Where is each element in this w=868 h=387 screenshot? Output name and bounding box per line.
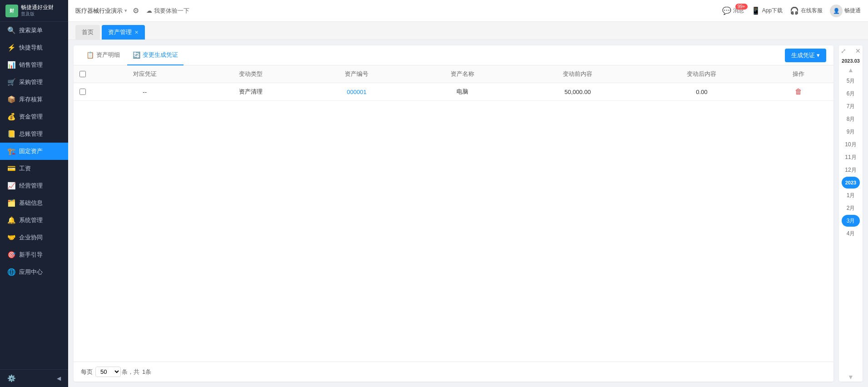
select-all-checkbox[interactable] [79, 71, 86, 77]
enterprise-icon: 🤝 [7, 233, 15, 242]
sidebar-item-funds[interactable]: 💰资金管理 [0, 108, 68, 125]
sidebar-item-app-center[interactable]: 🌐应用中心 [0, 263, 68, 281]
col-asset-name: 资产名称 [410, 65, 516, 83]
sidebar-item-system[interactable]: 🔔系统管理 [0, 212, 68, 229]
sub-tab-detail-label: 资产明细 [96, 51, 120, 59]
calendar-month-item[interactable]: 5月 [842, 75, 860, 87]
cloud-icon: ☁ [146, 7, 152, 14]
calendar-year-month: 2023.03 [842, 58, 860, 64]
cell-voucher: -- [92, 83, 198, 101]
col-change-type: 变动类型 [198, 65, 303, 83]
total-unit: 条 [145, 368, 151, 376]
list-icon: 📋 [86, 51, 94, 59]
newbie-icon: 🎯 [7, 251, 15, 259]
company-selector[interactable]: 医疗器械行业演示 ▾ [75, 7, 127, 15]
user-name: 畅捷通 [844, 7, 861, 15]
generate-voucher-button[interactable]: 生成凭证 ▾ [785, 49, 826, 62]
sidebar-item-quick-nav[interactable]: ⚡快捷导航 [0, 39, 68, 56]
per-page-select[interactable]: 50 100 200 [95, 367, 121, 377]
topbar-settings-icon[interactable]: ⚙ [133, 6, 139, 15]
cell-asset-code: 000001 [304, 83, 410, 101]
row-checkbox-0[interactable] [79, 89, 86, 95]
calendar-month-item[interactable]: 4月 [842, 228, 860, 239]
sidebar-item-search[interactable]: 🔍搜索菜单 [0, 22, 68, 39]
app-center-icon: 🌐 [7, 268, 15, 276]
sidebar-item-base-info[interactable]: 🗂️基础信息 [0, 194, 68, 212]
sidebar-label-search: 搜索菜单 [19, 26, 43, 35]
calendar-month-item[interactable]: 6月 [842, 88, 860, 99]
col-action: 操作 [764, 65, 834, 83]
calendar-month-item[interactable]: 12月 [842, 164, 860, 176]
change-icon: 🔄 [133, 51, 140, 59]
sidebar-label-purchase: 采购管理 [19, 78, 43, 86]
tab-close-icon[interactable]: ✕ [134, 30, 139, 35]
sales-icon: 📊 [7, 61, 15, 69]
sidebar-label-payroll: 工资 [19, 164, 31, 173]
table-wrapper: 对应凭证 变动类型 资产编号 资产名称 变动前内容 变动后内容 操作 -- [74, 65, 833, 362]
calendar-month-item[interactable]: 11月 [842, 151, 860, 163]
calendar-month-item[interactable]: 2月 [842, 202, 860, 214]
calendar-month-item[interactable]: 8月 [842, 113, 860, 125]
sidebar-label-sales: 销售管理 [19, 61, 43, 69]
sidebar: 财 畅捷通好业财 普及版 🔍搜索菜单⚡快捷导航📊销售管理🛒采购管理📦库存核算💰资… [0, 0, 68, 387]
sidebar-item-operations[interactable]: 📈经营管理 [0, 177, 68, 194]
app-name: 畅捷通好业财 [21, 4, 54, 11]
calendar-year-label[interactable]: 2023 [842, 177, 860, 189]
calendar-month-item[interactable]: 7月 [842, 100, 860, 112]
delete-row-button[interactable]: 🗑 [795, 88, 802, 95]
sidebar-item-enterprise[interactable]: 🤝企业协同 [0, 229, 68, 246]
calendar-down-button[interactable]: ▼ [842, 372, 860, 382]
settings-icon[interactable]: ⚙️ [7, 374, 16, 382]
sidebar-bottom: ⚙️ ◀ [0, 369, 68, 387]
sidebar-label-fixed-assets: 固定资产 [19, 147, 43, 155]
sidebar-item-inventory[interactable]: 📦库存核算 [0, 91, 68, 108]
cell-after-change: 0.00 [640, 83, 764, 101]
search-icon: 🔍 [7, 26, 15, 35]
calendar-up-button[interactable]: ▲ [842, 65, 860, 74]
cell-checkbox [74, 83, 92, 101]
calendar-month-item[interactable]: 1月 [842, 189, 860, 201]
panel-close-icon[interactable]: ✕ [855, 47, 861, 55]
topbar: 医疗器械行业演示 ▾ ⚙ ☁ 我要体验一下 💬 消息 99+ 📱 App下载 🎧… [68, 0, 868, 22]
sidebar-label-enterprise: 企业协同 [19, 233, 43, 242]
tab-home[interactable]: 首页 [75, 25, 100, 40]
table-row: -- 资产清理 000001 电脑 50,000.00 0.00 🗑 [74, 83, 833, 101]
cell-change-type: 资产清理 [198, 83, 303, 101]
payroll-icon: 💳 [7, 164, 15, 173]
sidebar-collapse-button[interactable]: ◀ [57, 375, 61, 382]
customer-service-button[interactable]: 🎧 在线客服 [790, 6, 823, 15]
mobile-icon: 📱 [751, 6, 760, 15]
customer-service-label: 在线客服 [801, 7, 823, 15]
system-icon: 🔔 [7, 216, 15, 224]
data-table: 对应凭证 变动类型 资产编号 资产名称 变动前内容 变动后内容 操作 -- [74, 65, 833, 101]
sub-tab-asset-detail[interactable]: 📋 资产明细 [81, 45, 125, 65]
cell-asset-name: 电脑 [410, 83, 516, 101]
app-download-button[interactable]: 📱 App下载 [751, 6, 783, 15]
messages-button[interactable]: 💬 消息 99+ [722, 6, 744, 15]
app-edition: 普及版 [21, 11, 54, 17]
sidebar-label-app-center: 应用中心 [19, 268, 43, 276]
tab-asset-label: 资产管理 [108, 28, 132, 36]
funds-icon: 💰 [7, 113, 15, 121]
sidebar-item-newbie[interactable]: 🎯新手引导 [0, 246, 68, 263]
panel-expand-icon[interactable]: ⤢ [841, 47, 846, 55]
calendar-month-item[interactable]: 10月 [842, 139, 860, 150]
calendar-month-item[interactable]: 9月 [842, 126, 860, 138]
experience-button[interactable]: ☁ 我要体验一下 [146, 7, 189, 15]
topbar-right: 💬 消息 99+ 📱 App下载 🎧 在线客服 👤 畅捷通 [722, 5, 861, 17]
sidebar-item-sales[interactable]: 📊销售管理 [0, 56, 68, 74]
user-menu-button[interactable]: 👤 畅捷通 [830, 5, 861, 17]
sidebar-item-purchase[interactable]: 🛒采购管理 [0, 74, 68, 91]
calendar-month-item[interactable]: 3月 [842, 215, 860, 227]
sidebar-item-ledger[interactable]: 📒总账管理 [0, 125, 68, 143]
sub-tab-change-voucher[interactable]: 🔄 变更生成凭证 [127, 45, 184, 65]
sidebar-item-fixed-assets[interactable]: 🏗️固定资产 [0, 143, 68, 160]
page-content: 📋 资产明细 🔄 变更生成凭证 生成凭证 ▾ [68, 40, 868, 387]
tab-asset-management[interactable]: 资产管理 ✕ [102, 25, 145, 40]
avatar: 👤 [830, 5, 843, 17]
messages-badge: 99+ [735, 4, 748, 10]
sidebar-item-payroll[interactable]: 💳工资 [0, 160, 68, 177]
generate-btn-arrow-icon: ▾ [817, 52, 820, 59]
right-panel: ⤢ ✕ 2023.03 ▲ 5月6月7月8月9月10月11月12月20231月2… [839, 45, 863, 382]
generate-btn-label: 生成凭证 [791, 51, 815, 60]
